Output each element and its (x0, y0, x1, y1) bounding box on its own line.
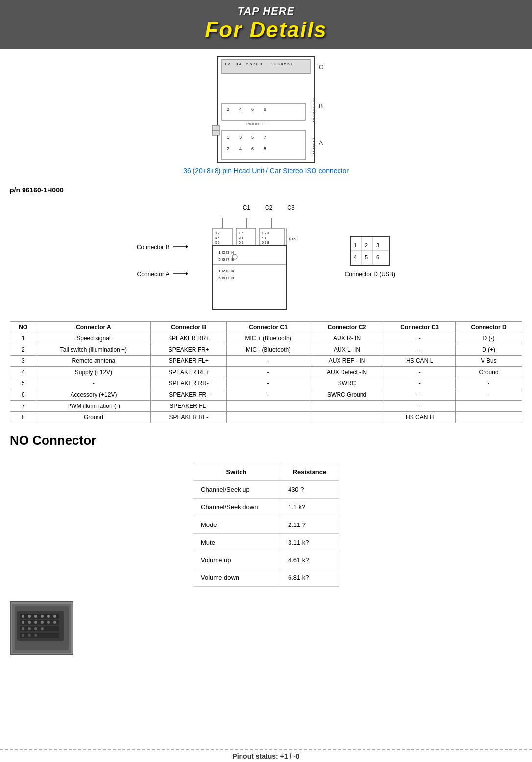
svg-text:6: 6 (376, 254, 379, 260)
svg-text:POWER: POWER (312, 138, 316, 155)
svg-text:4: 4 (239, 146, 242, 151)
svg-text:5 6: 5 6 (215, 241, 220, 244)
resistance-col-header: Resistance (280, 463, 339, 481)
switch-col-header: Switch (193, 463, 280, 481)
svg-text:I5  I6  I7  I8: I5 I6 I7 I8 (218, 276, 234, 280)
svg-point-73 (22, 615, 24, 618)
svg-point-78 (53, 615, 56, 618)
svg-text:5 6: 5 6 (239, 241, 243, 244)
table-row: 6Accessory (+12V)SPEAKER FR--SWRC Ground… (10, 389, 522, 401)
connector-d-label: Connector D (USB) (345, 271, 395, 278)
col-connector-c3: Connector C3 (384, 322, 456, 333)
svg-text:5: 5 (251, 135, 254, 140)
status-bar: Pinout status: +1 / -0 (0, 749, 532, 762)
col-connector-a: Connector A (36, 322, 151, 333)
svg-rect-72 (20, 633, 59, 638)
svg-text:7: 7 (264, 135, 266, 140)
svg-text:1 2 3 4 5 6 7: 1 2 3 4 5 6 7 (271, 62, 293, 66)
c3-label: C3 (287, 204, 294, 211)
svg-point-77 (47, 615, 50, 618)
table-row: Mute3.11 k? (193, 534, 339, 551)
svg-text:B: B (319, 103, 323, 110)
table-row: 8GroundSPEAKER RL-HS CAN H (10, 412, 522, 423)
svg-rect-25 (212, 125, 219, 130)
svg-text:3: 3 (239, 135, 242, 140)
connector-d-box: 1 2 3 4 5 6 Connector D (USB) (345, 234, 395, 278)
table-row: Channel/Seek up430 ? (193, 481, 339, 499)
table-row: 3Remote anntenaSPEAKER FL+-AUX REF - INH… (10, 356, 522, 367)
svg-text:IOX: IOX (289, 237, 296, 241)
svg-point-75 (34, 615, 37, 618)
svg-text:4 5: 4 5 (262, 236, 266, 239)
svg-text:1: 1 (227, 135, 229, 140)
svg-text:4: 4 (354, 254, 357, 260)
svg-rect-70 (20, 620, 59, 625)
iso-connector-label: 36 (20+8+8) pin Head Unit / Car Stereo I… (183, 167, 349, 175)
table-row: Volume down6.81 k? (193, 569, 339, 587)
iso-connector-svg: C 1 2 3 4 5 6 7 8 9 1 2 3 4 5 6 7 SPEAKE… (197, 54, 335, 167)
connector-b-label: Connector B (137, 244, 169, 251)
iso-connector-section: C 1 2 3 4 5 6 7 8 9 1 2 3 4 5 6 7 SPEAKE… (0, 49, 532, 183)
main-connector-svg: 1 2 3 4 5 6 1 2 3 4 5 6 1 2 3 4 5 6 7 8 … (208, 214, 325, 311)
svg-point-52 (232, 254, 237, 259)
svg-text:6: 6 (251, 146, 254, 151)
c1-label: C1 (243, 204, 250, 211)
table-row: 7PWM illumination (-)SPEAKER FL-- (10, 401, 522, 412)
svg-text:8: 8 (264, 107, 266, 112)
svg-text:6 7 8: 6 7 8 (262, 241, 269, 244)
svg-point-74 (28, 615, 31, 618)
svg-text:SPEAKERS: SPEAKERS (312, 98, 316, 122)
svg-point-79 (22, 621, 24, 624)
no-connector-label: NO Connector (0, 428, 532, 453)
table-row: 1Speed signalSPEAKER RR+MIC + (Bluetooth… (10, 333, 522, 344)
svg-rect-2 (222, 59, 310, 74)
svg-point-87 (34, 627, 37, 630)
pin-table-section: NO Connector A Connector B Connector C1 … (0, 316, 532, 428)
svg-point-80 (28, 621, 31, 624)
svg-text:1 2 3: 1 2 3 (262, 231, 269, 235)
col-connector-d: Connector D (456, 322, 522, 333)
col-connector-c2: Connector C2 (310, 322, 384, 333)
col-connector-c1: Connector C1 (227, 322, 310, 333)
svg-text:3 4: 3 4 (215, 236, 220, 239)
table-row: Channel/Seek down1.1 k? (193, 499, 339, 516)
svg-marker-29 (186, 245, 188, 249)
svg-text:2: 2 (227, 146, 229, 151)
top-banner[interactable]: TAP HERE For Details (0, 0, 532, 49)
diagram-center: C1 C2 C3 1 2 3 4 5 6 1 2 3 4 5 6 1 2 3 4… (208, 204, 325, 311)
switch-table-section: Switch Resistance Channel/Seek up430 ?Ch… (0, 453, 532, 596)
svg-text:8: 8 (264, 146, 266, 151)
svg-text:A: A (319, 140, 323, 146)
col-connector-b: Connector B (151, 322, 227, 333)
svg-point-86 (28, 627, 31, 630)
table-row: Mode2.11 ? (193, 516, 339, 534)
svg-point-88 (41, 627, 44, 630)
bottom-image-section (0, 596, 532, 658)
svg-point-81 (34, 621, 37, 624)
svg-point-85 (22, 627, 24, 630)
svg-point-89 (22, 634, 24, 637)
table-row: 4Supply (+12V)SPEAKER RL+-AUX Detect -IN… (10, 367, 522, 378)
arrow-b (173, 243, 188, 251)
svg-text:5: 5 (365, 254, 368, 260)
svg-text:1 2: 1 2 (224, 62, 230, 66)
table-row: 5-SPEAKER RR--SWRC-- (10, 378, 522, 389)
connector-photo-svg (12, 604, 71, 653)
pin-table: NO Connector A Connector B Connector C1 … (10, 321, 522, 423)
col-no: NO (10, 322, 36, 333)
connector-a-label: Connector A (137, 271, 169, 278)
svg-text:3: 3 (376, 242, 379, 248)
svg-text:C: C (319, 64, 323, 71)
svg-point-84 (53, 621, 56, 624)
svg-text:PINOUT OF: PINOUT OF (246, 122, 268, 126)
svg-rect-71 (20, 626, 59, 631)
svg-text:2: 2 (227, 107, 229, 112)
svg-rect-69 (20, 614, 59, 619)
svg-rect-26 (212, 130, 219, 135)
svg-text:6: 6 (251, 107, 254, 112)
main-diagram-section: Connector B Connector A C1 C2 C3 (0, 199, 532, 316)
svg-text:I5  I6  I7  I8: I5 I6 I7 I8 (218, 257, 234, 262)
svg-point-83 (47, 621, 50, 624)
svg-text:5 6 7 8 9: 5 6 7 8 9 (246, 62, 262, 66)
tap-here-text: TAP HERE (238, 5, 295, 18)
